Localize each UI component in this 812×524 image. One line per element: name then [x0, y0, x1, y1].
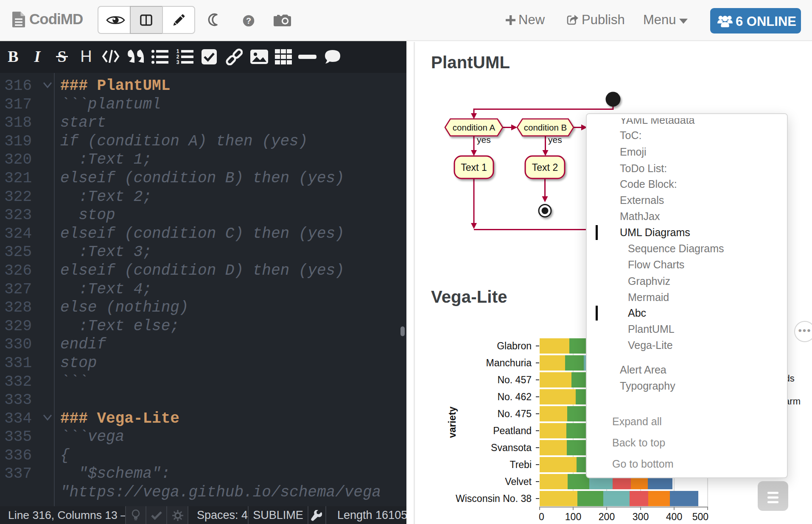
- svg-text:yes: yes: [548, 135, 562, 145]
- svg-text:Peatland: Peatland: [493, 425, 532, 436]
- svg-text:Glabron: Glabron: [497, 340, 532, 351]
- svg-text:300: 300: [633, 511, 649, 522]
- svg-text:0: 0: [539, 511, 544, 522]
- svg-text:Svansota: Svansota: [491, 442, 532, 453]
- svg-text:Text 2: Text 2: [532, 162, 558, 173]
- svg-text:Text 1: Text 1: [461, 162, 487, 173]
- svg-text:500: 500: [692, 511, 708, 522]
- svg-text:3: 3: [176, 59, 179, 64]
- svg-text:yes: yes: [477, 135, 491, 145]
- svg-text:Velvet: Velvet: [505, 476, 532, 487]
- svg-text:No. 475: No. 475: [497, 408, 532, 419]
- svg-text:2: 2: [176, 54, 179, 60]
- svg-text:Trebi: Trebi: [510, 459, 532, 470]
- svg-text:Manchuria: Manchuria: [486, 357, 532, 368]
- svg-text:variety: variety: [447, 407, 458, 438]
- svg-text:No. 462: No. 462: [497, 391, 532, 402]
- svg-text:No. 457: No. 457: [497, 374, 532, 385]
- svg-text:200: 200: [599, 511, 615, 522]
- svg-text:?: ?: [246, 16, 251, 25]
- svg-text:condition B: condition B: [524, 123, 567, 132]
- svg-text:400: 400: [666, 511, 682, 522]
- svg-text:Wisconsin No. 38: Wisconsin No. 38: [456, 493, 532, 504]
- svg-text:condition A: condition A: [453, 123, 496, 132]
- svg-text:100: 100: [565, 511, 581, 522]
